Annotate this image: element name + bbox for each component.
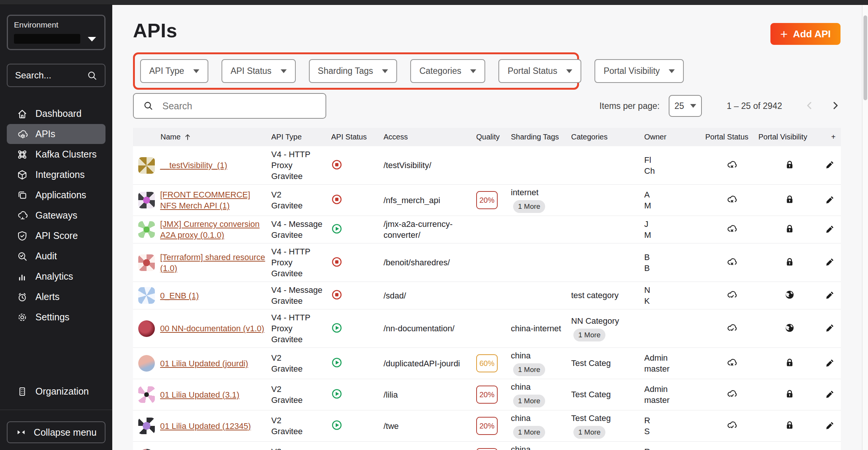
api-type-value: V2 bbox=[271, 415, 327, 426]
filter-label: API Type bbox=[149, 66, 184, 76]
edit-api-button[interactable] bbox=[824, 322, 836, 335]
add-api-button[interactable]: + Add API bbox=[770, 23, 840, 45]
sharding-tags-cell-label: china-internet bbox=[511, 323, 561, 334]
table-row[interactable]: __testVisibility_(1)V4 - HTTP ProxyGravi… bbox=[133, 146, 841, 185]
api-name-link[interactable]: 0_ENB (1) bbox=[160, 290, 203, 301]
pencil-icon bbox=[824, 230, 836, 236]
sidebar-item-organization[interactable]: Organization bbox=[0, 381, 112, 401]
column-header-name[interactable]: Name bbox=[133, 133, 271, 141]
more-chip: 1 More bbox=[513, 426, 545, 439]
sidebar: Environment Search... Dashboard APIs Kaf… bbox=[0, 5, 112, 450]
filter-api-type[interactable]: API Type bbox=[140, 59, 208, 83]
table-row[interactable]: 0_ENB (1)V4 - MessageGravitee/sdad/test … bbox=[133, 282, 841, 309]
edit-api-button[interactable] bbox=[824, 389, 836, 401]
environment-value-redacted bbox=[14, 34, 80, 44]
sidebar-item-applications[interactable]: Applications bbox=[7, 185, 105, 205]
api-type-cell: V2Gravitee bbox=[271, 352, 331, 374]
quality-badge: 20% bbox=[476, 417, 498, 435]
portal-visibility-cell bbox=[758, 419, 821, 432]
categories-cell: Test Categ bbox=[571, 358, 644, 369]
filter-api-status[interactable]: API Status bbox=[222, 59, 296, 83]
api-name-link[interactable]: [JMX] Currency conversion A2A proxy (0.1… bbox=[160, 219, 271, 240]
edit-api-button[interactable] bbox=[824, 194, 836, 207]
sharding-tags-cell: china1 More bbox=[511, 413, 571, 439]
edit-api-button[interactable] bbox=[824, 223, 836, 236]
table-row[interactable]: 01 Lilia Updated (3.1)V2Gravitee/lilia20… bbox=[133, 379, 841, 410]
edit-api-button[interactable] bbox=[824, 256, 836, 269]
api-type-cell: V2Gravitee bbox=[271, 415, 331, 437]
environment-selector[interactable]: Environment bbox=[7, 15, 105, 50]
api-type-value: V4 - Message bbox=[271, 285, 327, 295]
edit-api-button[interactable] bbox=[824, 420, 836, 432]
table-row[interactable]: [FRONT ECOMMERCE] NFS Merch API (1)V2Gra… bbox=[133, 185, 841, 216]
sidebar-item-alerts[interactable]: Alerts bbox=[7, 287, 105, 307]
sidebar-item-audit[interactable]: Audit bbox=[7, 246, 105, 266]
sidebar-item-label: Audit bbox=[35, 251, 57, 262]
api-name-link[interactable]: [FRONT ECOMMERCE] NFS Merch API (1) bbox=[160, 189, 271, 211]
api-avatar bbox=[138, 287, 155, 304]
sidebar-item-analytics[interactable]: Analytics bbox=[7, 266, 105, 286]
sidebar-item-gateways[interactable]: Gateways bbox=[7, 205, 105, 225]
collapse-menu-button[interactable]: Collapse menu bbox=[7, 421, 105, 443]
portal-visibility-cell bbox=[758, 388, 821, 401]
filter-sharding-tags[interactable]: Sharding Tags bbox=[309, 59, 397, 83]
portal-visibility-cell bbox=[758, 357, 821, 370]
table-header-row: Name API Type API Status Access Quality … bbox=[133, 128, 841, 146]
add-column-button[interactable]: + bbox=[821, 133, 841, 141]
sidebar-item-apis[interactable]: APIs bbox=[7, 124, 105, 144]
status-started-icon bbox=[331, 223, 342, 236]
table-row[interactable]: 01 Lilia Updated (1234)V2Gravitee/mnhjk2… bbox=[133, 442, 841, 450]
api-name-link[interactable]: 01 Lilia Updated (jourdi) bbox=[160, 358, 252, 369]
scrollbar-thumb[interactable] bbox=[863, 15, 867, 100]
sidebar-item-integrations[interactable]: Integrations bbox=[7, 165, 105, 185]
sidebar-item-dashboard[interactable]: Dashboard bbox=[7, 104, 105, 124]
table-row[interactable]: 01 Lilia Updated (12345)V2Gravitee/twe20… bbox=[133, 410, 841, 442]
chevron-left-icon bbox=[804, 100, 815, 111]
pencil-icon bbox=[824, 296, 836, 302]
sidebar-item-api-score[interactable]: API Score bbox=[7, 226, 105, 246]
table-row[interactable]: 01 Lilia Updated (jourdi)V2Gravitee/dupl… bbox=[133, 348, 841, 379]
api-type-cell: V2Gravitee bbox=[271, 189, 331, 211]
access-cell: /twe bbox=[384, 421, 476, 432]
sidebar-item-kafka-clusters[interactable]: Kafka Clusters bbox=[7, 144, 105, 164]
filters-highlight-annotation: API Type API Status Sharding Tags Catego… bbox=[133, 52, 579, 90]
more-chip: 1 More bbox=[573, 426, 605, 439]
main-content: APIs + Add API API Type API Status Shard… bbox=[112, 5, 868, 450]
api-type-cell: V4 - HTTP ProxyGravitee bbox=[271, 312, 331, 345]
owner-cell: R S bbox=[644, 446, 705, 450]
table-row[interactable]: 00 NN-documentation (v1.0)V4 - HTTP Prox… bbox=[133, 309, 841, 348]
api-type-value: V2 bbox=[271, 446, 327, 450]
filter-portal-status[interactable]: Portal Status bbox=[498, 59, 581, 83]
cloud-gear-icon bbox=[17, 129, 28, 140]
table-row[interactable]: [JMX] Currency conversion A2A proxy (0.1… bbox=[133, 216, 841, 243]
next-page-button[interactable] bbox=[830, 100, 841, 112]
api-name-link[interactable]: __testVisibility_(1) bbox=[160, 160, 231, 171]
sharding-tags-cell-label: china bbox=[511, 382, 531, 392]
api-name-link[interactable]: 01 Lilia Updated (12345) bbox=[160, 421, 255, 432]
filter-label: Portal Status bbox=[507, 66, 557, 76]
api-status-cell bbox=[331, 159, 384, 172]
table-search-input[interactable]: Search bbox=[133, 93, 326, 119]
api-engine-value: Gravitee bbox=[271, 363, 327, 374]
items-per-page-select[interactable]: 25 bbox=[669, 95, 702, 117]
api-status-cell bbox=[331, 223, 384, 236]
name-cell: 01 Lilia Updated (12345) bbox=[160, 421, 271, 432]
api-name-link[interactable]: 01 Lilia Updated (3.1) bbox=[160, 389, 243, 400]
filter-portal-visibility[interactable]: Portal Visibility bbox=[594, 59, 684, 83]
api-name-link[interactable]: [Terrraform] shared resource (1.0) bbox=[160, 252, 271, 274]
previous-page-button[interactable] bbox=[804, 100, 815, 112]
edit-api-button[interactable] bbox=[824, 159, 836, 171]
edit-cell bbox=[821, 420, 841, 432]
filter-categories[interactable]: Categories bbox=[410, 59, 485, 83]
page-scrollbar[interactable] bbox=[862, 5, 868, 450]
top-bar bbox=[0, 0, 868, 5]
edit-api-button[interactable] bbox=[824, 357, 836, 370]
sidebar-item-label: Applications bbox=[35, 190, 86, 201]
column-header-owner: Owner bbox=[644, 133, 705, 141]
edit-api-button[interactable] bbox=[824, 289, 836, 302]
api-name-link[interactable]: 00 NN-documentation (v1.0) bbox=[160, 323, 268, 334]
api-type-cell: V4 - MessageGravitee bbox=[271, 219, 331, 240]
table-row[interactable]: [Terrraform] shared resource (1.0)V4 - H… bbox=[133, 243, 841, 282]
sidebar-search-input[interactable]: Search... bbox=[7, 64, 105, 87]
sidebar-item-settings[interactable]: Settings bbox=[7, 307, 105, 327]
